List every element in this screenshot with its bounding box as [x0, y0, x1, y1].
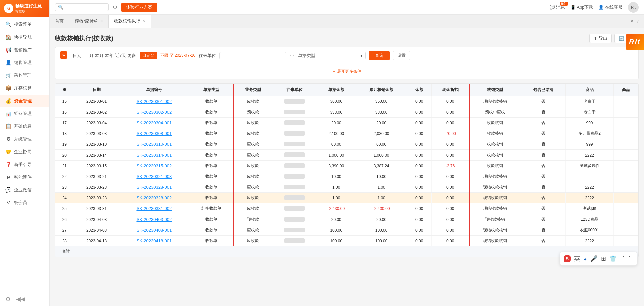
- notification-bell[interactable]: 💬 消息 99+: [550, 4, 565, 10]
- sidebar-item-system[interactable]: ⚙系统管理: [0, 133, 49, 145]
- gear-icon[interactable]: ⚙: [113, 4, 117, 10]
- date-option[interactable]: 上月: [85, 53, 94, 59]
- tab-0[interactable]: 首页: [50, 15, 69, 28]
- col-amount-header[interactable]: 单据金额: [317, 84, 356, 96]
- search-input[interactable]: [65, 5, 98, 10]
- bill-no-link[interactable]: SK-20230328-002: [137, 195, 172, 200]
- custom-date-button[interactable]: 自定义: [140, 52, 157, 59]
- user-avatar[interactable]: Rit: [628, 2, 639, 13]
- col-billtype-header[interactable]: 单据类型: [189, 84, 234, 96]
- col-cashdiscount-header[interactable]: 现金折扣: [431, 84, 469, 96]
- col-product2-header[interactable]: 商品: [613, 84, 638, 96]
- bill-no-link[interactable]: SK-20230314-001: [137, 152, 172, 158]
- date-option[interactable]: 更多: [127, 53, 136, 59]
- sidebar-item-marketing[interactable]: 📢营销推广: [0, 44, 49, 56]
- sidebar-item-guide[interactable]: ❓新手引导: [0, 158, 49, 171]
- row-billno[interactable]: SK-20230302-002: [119, 107, 189, 118]
- row-billno[interactable]: SK-20230328-002: [119, 193, 189, 203]
- row-billno[interactable]: SK-20230308-001: [119, 128, 189, 139]
- export-button[interactable]: ⬆ 导出: [589, 34, 612, 43]
- col-writeofftype-header[interactable]: 核销类型: [470, 84, 521, 96]
- float-dot-icon[interactable]: ⬥: [582, 255, 588, 263]
- row-billno[interactable]: SK-20230301-002: [119, 96, 189, 107]
- solution-button[interactable]: 体验行业方案: [121, 3, 157, 12]
- bill-no-link[interactable]: SK-20230302-002: [137, 110, 172, 115]
- collapse-icon[interactable]: ◀◀: [16, 295, 25, 303]
- bill-no-link[interactable]: SK-20230310-001: [137, 142, 172, 147]
- col-billno-header[interactable]: 单据编号: [119, 84, 189, 96]
- row-partner: [272, 161, 317, 171]
- row-product: 999: [566, 139, 613, 150]
- expand-more-button[interactable]: ∨ 展开更多条件: [60, 67, 634, 76]
- tab-close-1[interactable]: ✕: [100, 19, 103, 23]
- tab-2[interactable]: 收款核销执行✕: [109, 15, 151, 28]
- col-biztype-header[interactable]: 业务类型: [234, 84, 272, 96]
- row-billno[interactable]: SK-20230328-001: [119, 182, 189, 193]
- sidebar-item-hardware[interactable]: 🖥智能硬件: [0, 171, 49, 184]
- row-billno[interactable]: SK-20230331-002: [119, 203, 189, 214]
- sidebar-item-member[interactable]: V畅会员: [0, 196, 49, 209]
- float-chinese-icon[interactable]: 英: [573, 254, 581, 263]
- row-totalwriteoff: 3,387.24: [356, 161, 407, 171]
- col-partner-header[interactable]: 往来单位: [272, 84, 317, 96]
- date-option[interactable]: 近7天: [115, 53, 126, 59]
- sidebar-item-operations[interactable]: 📊经营管理: [0, 107, 49, 120]
- col-product-header[interactable]: 商品: [566, 84, 613, 96]
- row-billno[interactable]: SK-20230403-002: [119, 214, 189, 225]
- row-billno[interactable]: SK-20230315-002: [119, 161, 189, 171]
- tab-1[interactable]: 预收/应付单✕: [69, 15, 109, 28]
- sidebar-item-basic[interactable]: 📋基础信息: [0, 120, 49, 133]
- filter-settings-button[interactable]: 设置: [393, 51, 410, 60]
- bill-no-link[interactable]: SK-20230328-001: [137, 185, 172, 190]
- sidebar-item-search[interactable]: 🔍搜索菜单: [0, 18, 49, 31]
- bill-no-link[interactable]: SK-20230301-002: [137, 99, 172, 104]
- col-balance-header[interactable]: 余额: [407, 84, 431, 96]
- col-date-header[interactable]: 日期: [74, 84, 119, 96]
- bill-no-link[interactable]: SK-20230408-001: [137, 228, 172, 233]
- filter-expand-button[interactable]: »: [60, 51, 67, 59]
- col-gear-header[interactable]: ⚙: [55, 84, 74, 96]
- bill-no-link[interactable]: SK-20230315-002: [137, 163, 172, 168]
- query-button[interactable]: 查询: [369, 51, 390, 60]
- row-cashdiscount: -70.00: [431, 128, 469, 139]
- bill-no-link[interactable]: SK-20230304-001: [137, 120, 172, 125]
- row-billno[interactable]: SK-20230408-001: [119, 225, 189, 236]
- float-grid-icon[interactable]: ⊞: [600, 254, 607, 263]
- sidebar-item-finance[interactable]: 💰资金管理: [0, 95, 49, 107]
- float-mic-icon[interactable]: 🎤: [589, 254, 599, 263]
- bill-no-link[interactable]: SK-20230308-001: [137, 131, 172, 136]
- partner-input[interactable]: [219, 52, 286, 59]
- row-billno[interactable]: SK-20230321-003: [119, 171, 189, 182]
- more-options-dots[interactable]: ···: [290, 53, 294, 59]
- col-totalwriteoff-header[interactable]: 累计核销金额: [356, 84, 407, 96]
- col-includesettled-header[interactable]: 包含已结清: [521, 84, 566, 96]
- bill-no-link[interactable]: SK-20230331-002: [137, 206, 172, 211]
- row-billno[interactable]: SK-20230304-001: [119, 118, 189, 128]
- type-select[interactable]: ▾: [319, 52, 366, 59]
- date-option[interactable]: 本年: [105, 53, 114, 59]
- row-billno[interactable]: SK-20230314-001: [119, 150, 189, 161]
- date-option[interactable]: 本月: [95, 53, 104, 59]
- sidebar-item-wechat[interactable]: 💬企业微信: [0, 184, 49, 196]
- tab-close-2[interactable]: ✕: [142, 19, 145, 23]
- sidebar-item-purchase[interactable]: 🛒采购管理: [0, 69, 49, 82]
- sidebar-item-inventory[interactable]: 📦库存核算: [0, 82, 49, 95]
- online-service[interactable]: 👤 在线客服: [598, 4, 623, 10]
- app-download[interactable]: 📱 App下载: [570, 4, 593, 10]
- bill-no-link[interactable]: SK-20230321-003: [137, 174, 172, 179]
- row-billno[interactable]: SK-20230418-001: [119, 236, 189, 246]
- row-amount: 20.00: [317, 118, 356, 128]
- settings-icon[interactable]: ⚙: [5, 295, 11, 303]
- row-billno[interactable]: SK-20230310-001: [119, 139, 189, 150]
- bill-no-link[interactable]: SK-20230418-001: [137, 238, 172, 243]
- sidebar-item-sales[interactable]: 👤销售管理: [0, 56, 49, 69]
- tab-close-all-icon[interactable]: ✕: [630, 19, 634, 24]
- float-shirt-icon[interactable]: 👕: [608, 254, 618, 263]
- float-more-icon[interactable]: ⋮⋮: [619, 254, 634, 263]
- bill-no-link[interactable]: SK-20230403-002: [137, 217, 172, 222]
- row-totalwriteoff: 360.00: [356, 96, 407, 107]
- row-no: 25: [55, 203, 74, 214]
- sidebar-item-quick[interactable]: 🏠快捷导航: [0, 31, 49, 44]
- tab-maximize-icon[interactable]: ⤢: [636, 19, 640, 24]
- sidebar-item-enterprise[interactable]: 🤝企业协同: [0, 145, 49, 158]
